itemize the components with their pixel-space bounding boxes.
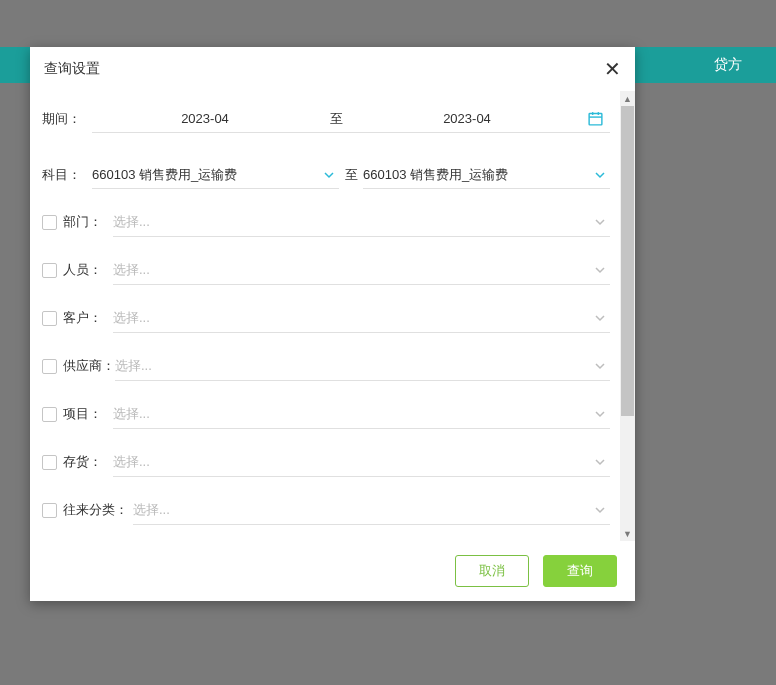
scrollbar-thumb[interactable] — [621, 106, 634, 416]
subject-from-select[interactable]: 660103 销售费用_运输费 — [92, 161, 339, 189]
chevron-down-icon — [594, 408, 606, 420]
project-checkbox[interactable] — [42, 407, 57, 422]
cancel-button-label: 取消 — [479, 562, 505, 580]
period-label: 期间： — [42, 110, 92, 128]
project-row: 项目： 选择... — [42, 399, 610, 429]
chevron-down-icon — [594, 456, 606, 468]
customer-row: 客户： 选择... — [42, 303, 610, 333]
inventory-placeholder: 选择... — [113, 453, 150, 471]
department-label: 部门： — [63, 213, 107, 231]
arap-class-select[interactable]: 选择... — [133, 495, 610, 525]
svg-rect-0 — [589, 114, 602, 125]
department-select[interactable]: 选择... — [113, 207, 610, 237]
modal-footer: 取消 查询 — [30, 541, 635, 601]
customer-placeholder: 选择... — [113, 309, 150, 327]
inventory-row: 存货： 选择... — [42, 447, 610, 477]
cancel-button[interactable]: 取消 — [455, 555, 529, 587]
modal-body: 期间： 2023-04 至 2023-04 — [30, 91, 620, 541]
project-placeholder: 选择... — [113, 405, 150, 423]
inventory-select[interactable]: 选择... — [113, 447, 610, 477]
period-from-value: 2023-04 — [181, 111, 229, 126]
arap-class-checkbox[interactable] — [42, 503, 57, 518]
personnel-placeholder: 选择... — [113, 261, 150, 279]
customer-label: 客户： — [63, 309, 107, 327]
arap-class-row: 往来分类： 选择... — [42, 495, 610, 525]
customer-select[interactable]: 选择... — [113, 303, 610, 333]
scroll-up-icon[interactable]: ▲ — [620, 91, 635, 106]
personnel-row: 人员： 选择... — [42, 255, 610, 285]
personnel-select[interactable]: 选择... — [113, 255, 610, 285]
inventory-checkbox[interactable] — [42, 455, 57, 470]
subject-from-value: 660103 销售费用_运输费 — [92, 166, 237, 184]
period-separator: 至 — [318, 105, 354, 133]
department-row: 部门： 选择... — [42, 207, 610, 237]
chevron-down-icon — [594, 312, 606, 324]
arap-class-placeholder: 选择... — [133, 501, 170, 519]
project-label: 项目： — [63, 405, 107, 423]
subject-separator: 至 — [339, 161, 363, 189]
supplier-row: 供应商： 选择... — [42, 351, 610, 381]
query-button-label: 查询 — [567, 562, 593, 580]
chevron-down-icon — [323, 169, 335, 181]
arap-class-label: 往来分类： — [63, 501, 133, 519]
supplier-select[interactable]: 选择... — [115, 351, 610, 381]
subject-row: 科目： 660103 销售费用_运输费 至 660103 销售费用_运输费 — [42, 161, 610, 189]
department-placeholder: 选择... — [113, 213, 150, 231]
query-button[interactable]: 查询 — [543, 555, 617, 587]
chevron-down-icon — [594, 216, 606, 228]
department-checkbox[interactable] — [42, 215, 57, 230]
query-settings-modal: 查询设置 ✕ 期间： 2023-04 至 2023-04 — [30, 47, 635, 601]
personnel-label: 人员： — [63, 261, 107, 279]
period-from-field[interactable]: 2023-04 — [92, 105, 318, 133]
supplier-checkbox[interactable] — [42, 359, 57, 374]
chevron-down-icon — [594, 360, 606, 372]
credit-column-header: 贷方 — [714, 56, 742, 74]
modal-body-container: 期间： 2023-04 至 2023-04 — [30, 91, 635, 541]
subject-to-value: 660103 销售费用_运输费 — [363, 166, 508, 184]
project-select[interactable]: 选择... — [113, 399, 610, 429]
scrollbar-track[interactable]: ▲ ▼ — [620, 91, 635, 541]
period-row: 期间： 2023-04 至 2023-04 — [42, 105, 610, 133]
close-icon[interactable]: ✕ — [604, 59, 621, 79]
supplier-placeholder: 选择... — [115, 357, 152, 375]
period-to-value: 2023-04 — [443, 111, 491, 126]
modal-title: 查询设置 — [44, 60, 100, 78]
modal-header: 查询设置 ✕ — [30, 47, 635, 91]
chevron-down-icon — [594, 169, 606, 181]
chevron-down-icon — [594, 504, 606, 516]
subject-label: 科目： — [42, 166, 92, 184]
period-to-field[interactable]: 2023-04 — [354, 105, 580, 133]
personnel-checkbox[interactable] — [42, 263, 57, 278]
inventory-label: 存货： — [63, 453, 107, 471]
subject-to-select[interactable]: 660103 销售费用_运输费 — [363, 161, 610, 189]
supplier-label: 供应商： — [63, 357, 115, 375]
scroll-down-icon[interactable]: ▼ — [620, 526, 635, 541]
customer-checkbox[interactable] — [42, 311, 57, 326]
chevron-down-icon — [594, 264, 606, 276]
calendar-icon[interactable] — [580, 105, 610, 133]
